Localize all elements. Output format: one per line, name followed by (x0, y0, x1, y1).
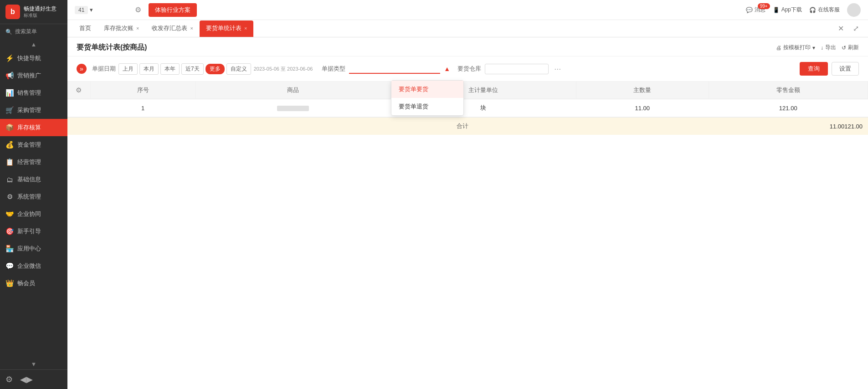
col-header-num: 序号 (90, 82, 195, 99)
expand-icon: » (80, 65, 83, 72)
date-btn-7days[interactable]: 近7天 (181, 63, 204, 75)
cell-amount: 121.00 (709, 99, 868, 117)
sidebar-item-guide[interactable]: 🎯 新手引导 (0, 223, 67, 240)
date-btn-this-year[interactable]: 本年 (160, 63, 180, 75)
sidebar-item-operation[interactable]: 📋 经营管理 (0, 154, 67, 171)
column-settings-icon[interactable]: ⚙ (76, 86, 82, 94)
sidebar-bottom: ⚙ ◀▶ (0, 369, 67, 389)
top-header: 41 ▾ ⚙ 体验行业方案 💬 消息 99+ 📱 App下载 🎧 在线客服 (67, 0, 868, 20)
tab-receive-summary[interactable]: 收发存汇总表 × (145, 20, 199, 37)
dropdown-item-order-goods[interactable]: 要货单要货 (391, 81, 463, 98)
messages-btn[interactable]: 💬 消息 99+ (746, 6, 765, 14)
filter-expand-btn[interactable]: » (77, 64, 87, 74)
page-actions: 🖨 按模板打印 ▾ ↓ 导出 ↺ 刷新 (776, 44, 859, 51)
date-btn-this-month[interactable]: 本月 (139, 63, 159, 75)
filter-actions: 查询 设置 (800, 62, 859, 76)
refresh-icon: ↺ (842, 45, 846, 51)
tab-inventory-batch[interactable]: 库存批次账 × (98, 20, 145, 37)
sidebar-item-inventory[interactable]: 📦 库存核算 (0, 119, 67, 136)
enterprise-icon: 🤝 (5, 210, 14, 218)
sidebar-item-vip[interactable]: 👑 畅会员 (0, 275, 67, 292)
scroll-up-btn[interactable]: ▲ (0, 39, 67, 50)
date-btn-prev-month[interactable]: 上月 (118, 63, 138, 75)
app-name: 畅捷通好生意 (24, 5, 56, 13)
operation-icon: 📋 (5, 158, 14, 166)
type-filter-input[interactable] (349, 64, 440, 74)
sidebar-item-label: 系统管理 (17, 193, 41, 201)
tab-order-stats[interactable]: 要货单统计表 × (200, 20, 253, 37)
warehouse-filter-group: 要货仓库 ··· (457, 64, 561, 74)
dropdown-item-label: 要货单退货 (399, 103, 428, 110)
tab-close-icon[interactable]: × (190, 26, 193, 31)
sidebar-nav: ⚡ 快捷导航 📢 营销推广 📊 销售管理 🛒 采购管理 📦 库存核算 💰 资金管… (0, 50, 67, 359)
header-right: 💬 消息 99+ 📱 App下载 🎧 在线客服 (746, 3, 861, 17)
export-action[interactable]: ↓ 导出 (821, 44, 836, 51)
footer-quantity: 11.00 (830, 123, 845, 130)
data-table: ⚙ 序号 商品 主计量单位 主数 (67, 82, 868, 117)
user-avatar[interactable] (847, 3, 861, 17)
sidebar: b 畅捷通好生意 标准版 🔍 搜索菜单 ▲ ⚡ 快捷导航 📢 营销推广 📊 销售… (0, 0, 67, 389)
date-btn-more[interactable]: 更多 (205, 64, 225, 74)
sidebar-item-purchase[interactable]: 🛒 采购管理 (0, 102, 67, 119)
search-menu[interactable]: 🔍 搜索菜单 (0, 24, 67, 39)
query-button[interactable]: 查询 (800, 62, 828, 76)
dropdown-item-label: 要货单要货 (399, 86, 428, 92)
sidebar-item-appstore[interactable]: 🏪 应用中心 (0, 240, 67, 257)
settings-bottom-icon[interactable]: ⚙ (5, 374, 13, 384)
col-header-product: 商品 (195, 82, 390, 99)
date-filter-label: 单据日期 (92, 65, 116, 73)
tab-close-all-btn[interactable]: ✕ (834, 22, 847, 35)
sidebar-item-label: 应用中心 (17, 245, 41, 253)
table-footer: 合计 11.00 121.00 (67, 117, 868, 135)
date-btn-custom[interactable]: 自定义 (226, 63, 251, 75)
sidebar-item-marketing[interactable]: 📢 营销推广 (0, 67, 67, 84)
sidebar-item-label: 资金管理 (17, 141, 41, 149)
header-gear-icon[interactable]: ⚙ (135, 5, 141, 14)
tab-restore-btn[interactable]: ⤢ (849, 22, 863, 35)
sidebar-item-label: 快捷导航 (17, 54, 41, 62)
trial-button[interactable]: 体验行业方案 (149, 3, 197, 17)
sidebar-item-label: 基础信息 (17, 175, 41, 184)
filter-more-btn[interactable]: ··· (554, 64, 561, 74)
type-dropdown-arrow[interactable]: ▲ (444, 65, 450, 72)
wechat-icon: 💬 (5, 262, 14, 270)
store-selector[interactable]: 41 ▾ (75, 6, 129, 14)
quick-nav-icon: ⚡ (5, 54, 14, 62)
sidebar-item-label: 销售管理 (17, 89, 41, 97)
sidebar-item-wechat[interactable]: 💬 企业微信 (0, 257, 67, 275)
type-filter-group: 单据类型 ▲ (322, 64, 450, 74)
headset-icon: 🎧 (809, 7, 816, 13)
refresh-label: 刷新 (848, 44, 859, 51)
print-icon: 🖨 (776, 45, 781, 51)
dropdown-item-order-return[interactable]: 要货单退货 (391, 98, 463, 115)
type-dropdown-menu: 要货单要货 要货单退货 (391, 80, 464, 116)
product-bar (277, 106, 309, 111)
sidebar-item-enterprise[interactable]: 🤝 企业协同 (0, 205, 67, 223)
scroll-down-btn[interactable]: ▼ (0, 359, 67, 369)
settings-button[interactable]: 设置 (832, 62, 859, 76)
col-header-settings[interactable]: ⚙ (67, 82, 90, 99)
export-label: 导出 (825, 44, 836, 51)
app-download-btn[interactable]: 📱 App下载 (773, 6, 802, 14)
content-area: 要货单统计表(按商品) 🖨 按模板打印 ▾ ↓ 导出 ↺ 刷新 (67, 37, 868, 389)
toggle-sidebar-icon[interactable]: ◀▶ (20, 374, 33, 384)
messages-badge: 99+ (758, 3, 770, 9)
tab-close-icon[interactable]: × (244, 26, 247, 31)
main-area: 41 ▾ ⚙ 体验行业方案 💬 消息 99+ 📱 App下载 🎧 在线客服 首页 (67, 0, 868, 389)
warehouse-filter-input[interactable] (485, 64, 549, 74)
type-filter-label: 单据类型 (322, 65, 345, 73)
sidebar-item-label: 营销推广 (17, 72, 41, 80)
sidebar-item-system[interactable]: ⚙ 系统管理 (0, 188, 67, 205)
tab-close-icon[interactable]: × (136, 26, 139, 31)
sidebar-item-finance[interactable]: 💰 资金管理 (0, 136, 67, 154)
print-action[interactable]: 🖨 按模板打印 ▾ (776, 44, 815, 51)
sidebar-item-label: 企业协同 (17, 210, 41, 218)
online-service-btn[interactable]: 🎧 在线客服 (809, 6, 840, 14)
sidebar-item-sales[interactable]: 📊 销售管理 (0, 84, 67, 102)
sidebar-item-quick-nav[interactable]: ⚡ 快捷导航 (0, 50, 67, 67)
inventory-icon: 📦 (5, 123, 14, 132)
tab-home[interactable]: 首页 (73, 20, 98, 37)
refresh-action[interactable]: ↺ 刷新 (842, 44, 859, 51)
date-filter-group: 单据日期 上月 本月 本年 近7天 更多 自定义 2023-05-06 至 20… (92, 63, 313, 75)
sidebar-item-basic[interactable]: 🗂 基础信息 (0, 171, 67, 188)
